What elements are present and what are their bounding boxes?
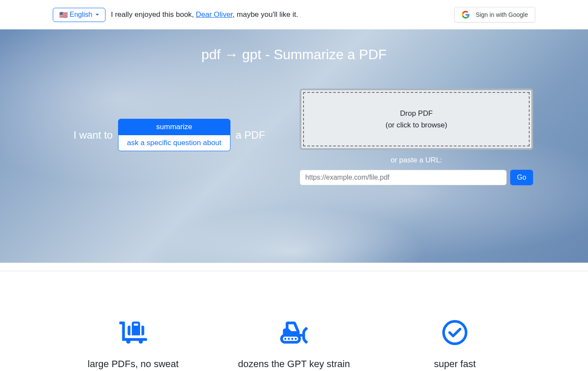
dropzone-line2: (or click to browse) xyxy=(313,119,520,131)
hero-section: pdf → gpt - Summarize a PDF I want to su… xyxy=(0,29,588,263)
action-selector-row: I want to summarize ask a specific quest… xyxy=(74,119,265,151)
divider xyxy=(0,263,588,271)
option-ask-question[interactable]: ask a specific question about xyxy=(118,135,230,151)
promo-prefix: I really enjoyed this book, xyxy=(111,10,196,19)
pdf-dropzone[interactable]: Drop PDF (or click to browse) xyxy=(300,89,533,150)
feature-title: dozens the GPT key strain xyxy=(238,358,350,370)
feature-title: super fast xyxy=(434,358,476,370)
snowplow-icon xyxy=(280,319,308,346)
url-label: or paste a URL: xyxy=(300,156,533,165)
dropzone-inner: Drop PDF (or click to browse) xyxy=(303,92,530,146)
check-circle-icon xyxy=(441,319,469,346)
go-button[interactable]: Go xyxy=(510,170,533,185)
luggage-cart-icon xyxy=(119,319,147,346)
topbar: 🇺🇸 English I really enjoyed this book, D… xyxy=(0,0,588,29)
google-signin-button[interactable]: Sign in with Google xyxy=(454,7,535,22)
feature-large-pdfs: large PDFs, no sweat xyxy=(53,319,214,370)
action-suffix: a PDF xyxy=(236,129,265,141)
action-option-group: summarize ask a specific question about xyxy=(118,119,230,151)
language-label: English xyxy=(70,11,92,19)
url-input[interactable] xyxy=(300,170,507,185)
feature-title: large PDFs, no sweat xyxy=(88,358,179,370)
promo-link[interactable]: Dear Oliver xyxy=(196,10,233,19)
features-section: large PDFs, no sweat dozens the GPT key … xyxy=(0,271,588,371)
feature-gpt-key: dozens the GPT key strain xyxy=(214,319,374,370)
upload-column: Drop PDF (or click to browse) or paste a… xyxy=(300,89,533,185)
language-selector[interactable]: 🇺🇸 English xyxy=(53,8,105,22)
feature-fast: super fast xyxy=(374,319,535,370)
google-signin-label: Sign in with Google xyxy=(476,11,528,18)
promo-suffix: , maybe you'll like it. xyxy=(233,10,298,19)
option-summarize[interactable]: summarize xyxy=(118,119,230,135)
page-title: pdf → gpt - Summarize a PDF xyxy=(53,47,535,63)
action-prefix: I want to xyxy=(74,129,113,141)
dropzone-line1: Drop PDF xyxy=(313,108,520,119)
flag-icon: 🇺🇸 xyxy=(59,11,68,19)
google-icon xyxy=(462,11,470,19)
url-row: Go xyxy=(300,170,533,185)
promo-text: I really enjoyed this book, Dear Oliver,… xyxy=(111,10,298,19)
